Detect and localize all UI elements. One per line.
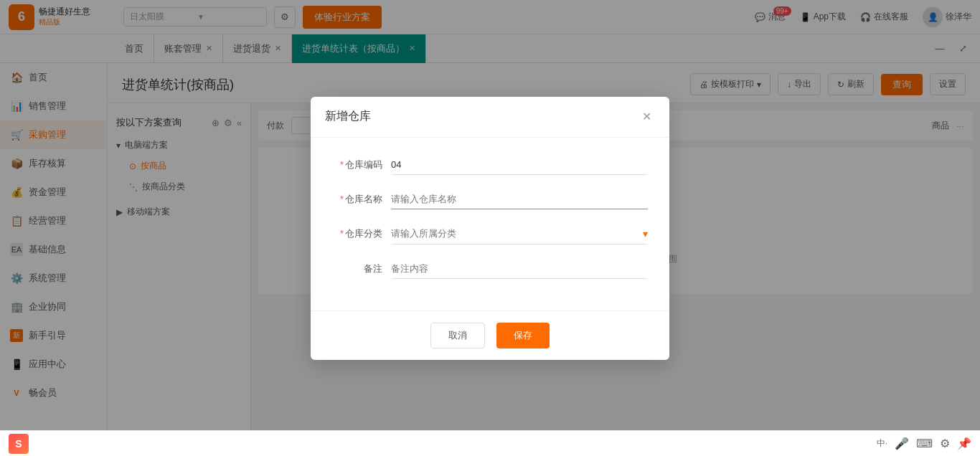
chevron-down-icon: ▾	[643, 228, 648, 239]
category-select[interactable]: ▾	[391, 224, 648, 244]
bottom-icons: 中· 🎤 ⌨ ⚙ 📌	[877, 437, 971, 450]
modal-title: 新增仓库	[325, 109, 371, 124]
mic-icon[interactable]: 🎤	[895, 437, 909, 450]
form-row-name: 仓库名称	[332, 189, 648, 209]
modal-footer: 取消 保存	[311, 310, 669, 360]
zh-icon[interactable]: 中·	[877, 437, 887, 450]
pin-icon[interactable]: 📌	[957, 437, 971, 450]
name-input[interactable]	[391, 189, 648, 209]
settings-icon[interactable]: ⚙	[940, 437, 950, 450]
code-input[interactable]	[391, 155, 648, 175]
name-label: 仓库名称	[332, 193, 382, 206]
form-row-note: 备注	[332, 259, 648, 279]
code-label: 仓库编码	[332, 158, 382, 171]
modal-new-warehouse: 新增仓库 ✕ 仓库编码 仓库名称 仓库分类 ▾ 备注	[311, 97, 669, 360]
form-row-category: 仓库分类 ▾	[332, 224, 648, 244]
modal-close-button[interactable]: ✕	[638, 108, 655, 125]
modal-header: 新增仓库 ✕	[311, 97, 669, 138]
modal-overlay[interactable]: 新增仓库 ✕ 仓库编码 仓库名称 仓库分类 ▾ 备注	[0, 0, 980, 456]
category-label: 仓库分类	[332, 227, 382, 240]
keyboard-icon[interactable]: ⌨	[916, 437, 933, 450]
bottom-logo: S	[9, 434, 29, 454]
cancel-button[interactable]: 取消	[430, 323, 485, 348]
bottom-bar: S 中· 🎤 ⌨ ⚙ 📌	[0, 430, 980, 456]
modal-body: 仓库编码 仓库名称 仓库分类 ▾ 备注	[311, 138, 669, 310]
form-row-code: 仓库编码	[332, 155, 648, 175]
note-label: 备注	[332, 262, 382, 275]
note-input[interactable]	[391, 259, 648, 279]
save-button[interactable]: 保存	[496, 323, 550, 348]
category-input[interactable]	[391, 228, 643, 239]
